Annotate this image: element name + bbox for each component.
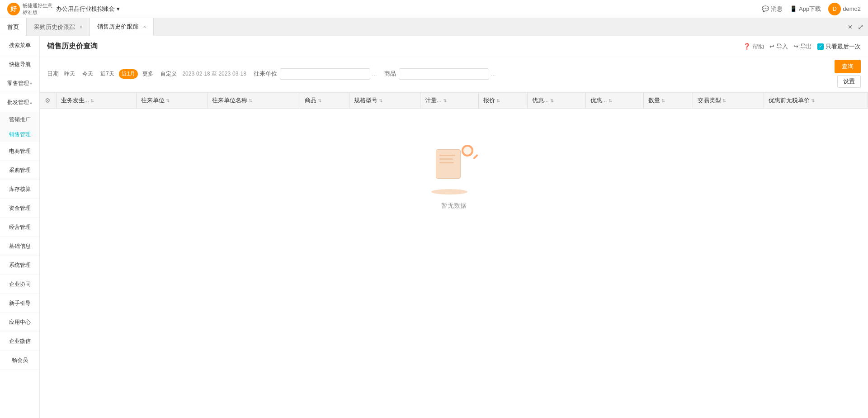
sidebar-item-quick-nav[interactable]: 快捷导航 [0, 55, 39, 74]
th-product[interactable]: 商品 ⇅ [300, 93, 349, 109]
topbar-right: 💬 消息 📱 App下载 D demo2 [762, 3, 861, 15]
sidebar-item-purchase-mgmt[interactable]: 采购管理 [0, 161, 39, 180]
date-options: 昨天 今天 近7天 近1月 更多 自定义 [61, 69, 179, 79]
tab-sales-history-close[interactable]: × [143, 24, 146, 29]
sort-icon-quoted-price: ⇅ [496, 98, 500, 103]
settings-button[interactable]: 设置 [837, 75, 861, 88]
product-input[interactable] [399, 68, 489, 80]
th-unit[interactable]: 计量... ⇅ [420, 93, 478, 109]
sidebar-item-basic-info[interactable]: 基础信息 [0, 237, 39, 256]
empty-doc-line3 [439, 162, 454, 163]
th-settings: ⚙ [40, 93, 56, 109]
message-button[interactable]: 💬 消息 [762, 5, 783, 13]
query-button[interactable]: 查询 [835, 60, 861, 73]
empty-doc-shape [436, 149, 461, 179]
customer-input[interactable] [280, 68, 370, 80]
dropdown-arrow-icon: ▾ [117, 5, 120, 12]
sidebar-item-app-center[interactable]: 应用中心 [0, 313, 39, 332]
import-button[interactable]: ↩ 导入 [769, 43, 788, 51]
tab-home[interactable]: 首页 [0, 18, 27, 36]
sidebar-item-retail-mgmt[interactable]: 零售管理 ▾ [0, 74, 39, 93]
tabbar: 首页 采购历史价跟踪 × 销售历史价跟踪 × × ⤢ [0, 18, 868, 36]
table-header-row: ⚙ 业务发生... ⇅ 往来单位 ⇅ [40, 93, 868, 109]
close-all-button[interactable]: × [847, 22, 853, 32]
sidebar-item-search-menu[interactable]: 搜索菜单 [0, 36, 39, 55]
th-customer-code[interactable]: 往来单位 ⇅ [136, 93, 207, 109]
app-icon: 📱 [790, 5, 797, 12]
filter-right-actions: 查询 设置 [835, 60, 861, 88]
tab-sales-history[interactable]: 销售历史价跟踪 × [90, 18, 153, 36]
logo-icon: 好 [7, 3, 20, 15]
sidebar-item-system-mgmt[interactable]: 系统管理 [0, 256, 39, 275]
tab-purchase-history-close[interactable]: × [80, 24, 82, 30]
sort-icon-customer-code: ⇅ [166, 98, 170, 103]
sidebar-item-marketing[interactable]: 营销推广 [0, 112, 39, 127]
th-trade-type[interactable]: 交易类型 ⇅ [693, 93, 764, 109]
page-header: 销售历史价查询 ❓ 帮助 ↩ 导入 ↪ 导出 只看最后一次 [40, 36, 868, 55]
only-last-checkbox-label[interactable]: 只看最后一次 [817, 43, 861, 51]
main-layout: 搜索菜单 快捷导航 零售管理 ▾ 批发管理 ▴ 营销推广 销售管理 电商管理 采… [0, 36, 868, 418]
topbar: 好 畅捷通好生意 标准版 办公用品行业模拟账套 ▾ 💬 消息 📱 App下载 D… [0, 0, 868, 18]
wholesale-arrow-icon: ▴ [30, 100, 32, 105]
sort-icon-product: ⇅ [318, 98, 321, 103]
topbar-title[interactable]: 办公用品行业模拟账套 ▾ [56, 5, 120, 13]
product-filter-group: 商品 ... [384, 68, 496, 80]
user-menu[interactable]: D demo2 [828, 3, 861, 15]
empty-magnifier [462, 145, 479, 162]
tab-purchase-history[interactable]: 采购历史价跟踪 × [27, 18, 90, 36]
sidebar-item-wholesale-mgmt[interactable]: 批发管理 ▴ [0, 93, 39, 112]
th-spec[interactable]: 规格型号 ⇅ [349, 93, 420, 109]
sort-icon-biz-date: ⇅ [90, 98, 94, 103]
empty-text: 暂无数据 [441, 202, 467, 210]
sidebar-item-enterprise-wechat[interactable]: 企业微信 [0, 332, 39, 351]
tabbar-end: × ⤢ [844, 18, 868, 36]
date-btn-last7days[interactable]: 近7天 [98, 69, 117, 79]
sidebar: 搜索菜单 快捷导航 零售管理 ▾ 批发管理 ▴ 营销推广 销售管理 电商管理 采… [0, 36, 40, 418]
page-actions: ❓ 帮助 ↩ 导入 ↪ 导出 只看最后一次 [743, 43, 861, 51]
sidebar-item-sales-mgmt[interactable]: 销售管理 [0, 127, 39, 142]
page-title: 销售历史价查询 [47, 42, 98, 51]
customer-input-area: ... [280, 68, 377, 80]
th-customer-name[interactable]: 往来单位名称 ⇅ [207, 93, 300, 109]
sidebar-item-member[interactable]: 畅会员 [0, 351, 39, 370]
expand-button[interactable]: ⤢ [857, 22, 864, 32]
customer-filter-group: 往来单位 ... [254, 68, 377, 80]
date-btn-last1month[interactable]: 近1月 [119, 69, 138, 79]
settings-gear-icon[interactable]: ⚙ [45, 97, 51, 104]
sidebar-item-operations-mgmt[interactable]: 经营管理 [0, 218, 39, 237]
date-btn-yesterday[interactable]: 昨天 [61, 69, 78, 79]
sidebar-item-finance-mgmt[interactable]: 资金管理 [0, 199, 39, 218]
sort-icon-trade-type: ⇅ [722, 98, 726, 103]
empty-shadow [431, 189, 467, 195]
sidebar-item-ecommerce-mgmt[interactable]: 电商管理 [0, 142, 39, 161]
th-quoted-price[interactable]: 报价 ⇅ [478, 93, 527, 109]
empty-state-row: 暂无数据 [40, 109, 868, 247]
th-discount1[interactable]: 优惠... ⇅ [528, 93, 586, 109]
avatar: D [828, 3, 841, 15]
th-pretax-price[interactable]: 优惠前无税单价 ⇅ [764, 93, 868, 109]
date-btn-today[interactable]: 今天 [80, 69, 96, 79]
th-discount2[interactable]: 优惠... ⇅ [585, 93, 644, 109]
filter-row: 日期 昨天 今天 近7天 近1月 更多 自定义 2023-02-18 至 202… [40, 55, 868, 93]
sort-icon-spec: ⇅ [379, 98, 382, 103]
th-quantity[interactable]: 数量 ⇅ [644, 93, 693, 109]
th-biz-date[interactable]: 业务发生... ⇅ [56, 93, 136, 109]
date-label: 日期 [47, 70, 59, 78]
help-button[interactable]: ❓ 帮助 [743, 43, 764, 51]
date-btn-custom[interactable]: 自定义 [158, 69, 179, 79]
export-button[interactable]: ↪ 导出 [793, 43, 812, 51]
empty-illustration [427, 145, 481, 195]
sidebar-item-enterprise-collab[interactable]: 企业协同 [0, 275, 39, 294]
date-btn-more[interactable]: 更多 [140, 69, 156, 79]
app-download-button[interactable]: 📱 App下载 [790, 5, 821, 13]
sidebar-item-inventory-check[interactable]: 库存核算 [0, 180, 39, 199]
date-filter-group: 日期 昨天 今天 近7天 近1月 更多 自定义 2023-02-18 至 202… [47, 69, 246, 79]
product-filter-label: 商品 [384, 70, 396, 78]
sidebar-item-new-guide[interactable]: 新手引导 [0, 294, 39, 313]
only-last-checkbox[interactable] [817, 43, 824, 50]
topbar-left: 好 畅捷通好生意 标准版 办公用品行业模拟账套 ▾ [7, 2, 120, 15]
customer-input-dots[interactable]: ... [372, 71, 377, 77]
product-input-dots[interactable]: ... [491, 71, 496, 77]
sort-icon-unit: ⇅ [443, 98, 447, 103]
sort-icon-discount1: ⇅ [550, 98, 554, 103]
